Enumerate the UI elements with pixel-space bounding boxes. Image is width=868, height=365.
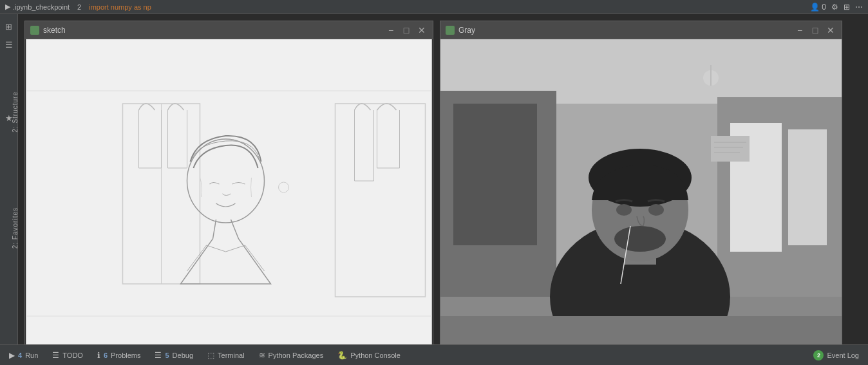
sketch-titlebar: sketch − □ ✕ xyxy=(25,21,433,39)
user-icon: 👤 0 xyxy=(810,3,826,12)
left-sidebar: ⊞ ☰ 2: Structure ★ 2: Favorites xyxy=(0,14,18,344)
event-log-label: Event Log xyxy=(827,351,859,359)
svg-rect-16 xyxy=(453,104,537,245)
terminal-button[interactable]: ⬚ Terminal xyxy=(201,347,251,364)
event-log-button[interactable]: 2 Event Log xyxy=(807,347,865,364)
svg-rect-15 xyxy=(788,129,827,245)
sketch-minimize[interactable]: − xyxy=(385,24,397,36)
todo-button[interactable]: ☰ TODO xyxy=(46,347,90,364)
gray-maximize[interactable]: □ xyxy=(809,24,821,36)
debug-num: 5 xyxy=(165,351,169,359)
svg-point-27 xyxy=(616,204,632,216)
extra-icon: ⋯ xyxy=(855,3,863,12)
gray-close[interactable]: ✕ xyxy=(825,24,836,36)
svg-rect-1 xyxy=(26,39,432,348)
gray-titlebar: Gray − □ ✕ xyxy=(440,21,842,39)
python-packages-button[interactable]: ≋ Python Packages xyxy=(252,347,330,364)
sketch-maximize[interactable]: □ xyxy=(401,24,412,36)
terminal-label: Terminal xyxy=(218,351,245,359)
sketch-window: sketch − □ ✕ xyxy=(24,21,433,349)
sketch-image xyxy=(25,39,433,348)
svg-point-28 xyxy=(648,204,664,216)
code-snippet: import numpy as np xyxy=(89,3,151,11)
python-packages-icon: ≋ xyxy=(259,351,265,360)
run-num: 4 xyxy=(18,351,22,359)
top-right-actions: 👤 0 ⚙ ⊞ ⋯ xyxy=(810,3,863,12)
event-log-badge: 2 xyxy=(813,350,824,360)
expand-icon[interactable]: ⊞ xyxy=(844,3,850,12)
python-packages-label: Python Packages xyxy=(269,351,324,359)
sketch-title-area: sketch xyxy=(30,26,66,35)
folder-icon: ▶ xyxy=(5,3,10,11)
problems-button[interactable]: ℹ 6 Problems xyxy=(91,347,147,364)
top-bar: ▶ .ipynb_checkpoint 2 import numpy as np… xyxy=(0,0,868,14)
sketch-title: sketch xyxy=(43,26,66,35)
folder-item[interactable]: ▶ .ipynb_checkpoint xyxy=(5,3,70,11)
problems-icon: ℹ xyxy=(97,351,100,360)
sketch-controls[interactable]: − □ ✕ xyxy=(385,24,428,36)
bottom-toolbar: ▶ 4Run ☰ TODO ℹ 6 Problems ☰ 5 Debug ⬚ T… xyxy=(0,344,868,365)
run-button[interactable]: ▶ 4Run xyxy=(3,347,44,364)
main-content: sketch − □ ✕ xyxy=(18,14,868,344)
gray-minimize[interactable]: − xyxy=(794,24,806,36)
folder-name: .ipynb_checkpoint xyxy=(13,3,70,11)
gray-image xyxy=(440,39,842,355)
sidebar-icon-1[interactable]: ⊞ xyxy=(2,19,16,33)
run-icon: ▶ xyxy=(9,351,15,360)
file-num: 2 xyxy=(77,3,81,11)
python-console-button[interactable]: 🐍 Python Console xyxy=(331,347,407,364)
debug-label: Debug xyxy=(173,351,193,359)
python-console-icon: 🐍 xyxy=(337,351,347,360)
todo-icon: ☰ xyxy=(52,351,59,360)
gray-controls[interactable]: − □ ✕ xyxy=(794,24,836,36)
gray-window: Gray − □ ✕ xyxy=(440,21,842,355)
problems-label: Problems xyxy=(111,351,140,359)
problems-num: 6 xyxy=(104,351,108,359)
sidebar-icon-2[interactable]: ☰ xyxy=(2,37,16,51)
gray-title-area: Gray xyxy=(446,26,475,35)
gray-image-area xyxy=(440,39,842,355)
sketch-close[interactable]: ✕ xyxy=(416,24,428,36)
gray-window-icon xyxy=(446,26,455,35)
python-console-label: Python Console xyxy=(350,351,401,359)
sketch-window-icon xyxy=(30,26,39,35)
svg-point-29 xyxy=(614,226,666,252)
debug-button[interactable]: ☰ 5 Debug xyxy=(148,347,200,364)
debug-icon: ☰ xyxy=(155,351,162,360)
terminal-icon: ⬚ xyxy=(207,351,214,360)
svg-rect-17 xyxy=(711,136,750,162)
settings-icon[interactable]: ⚙ xyxy=(831,3,838,12)
gray-title: Gray xyxy=(458,26,475,35)
sketch-image-area xyxy=(25,39,433,348)
